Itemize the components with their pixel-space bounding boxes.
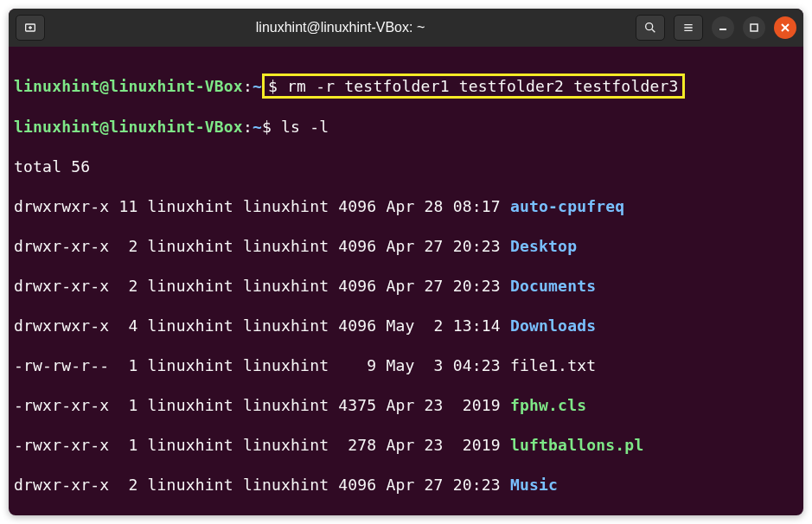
minimize-button[interactable] (712, 16, 734, 39)
titlebar: linuxhint@linuxhint-VBox: ~ (9, 9, 803, 47)
menu-button[interactable] (674, 15, 703, 41)
file-name: fphw.cls (510, 396, 586, 414)
file-name: Downloads (510, 316, 596, 335)
new-tab-button[interactable] (16, 15, 45, 41)
ls-row: drwxr-xr-x 2 linuxhint linuxhint 4096 Ap… (14, 475, 798, 495)
total-line: total 56 (14, 157, 798, 176)
ls-row: -rwxr-xr-x 1 linuxhint linuxhint 4375 Ap… (14, 395, 798, 415)
maximize-icon (749, 22, 759, 33)
ls-row: drwxrwxr-x 4 linuxhint linuxhint 4096 Ma… (14, 316, 798, 335)
search-button[interactable] (636, 15, 665, 41)
terminal-window: linuxhint@linuxhint-VBox: ~ linuxhint@li… (9, 9, 803, 515)
highlighted-command: $ rm -r testfolder1 testfolder2 testfold… (262, 73, 685, 99)
rm-command: rm -r testfolder1 testfolder2 testfolder… (287, 77, 679, 95)
prompt-line-1: linuxhint@linuxhint-VBox:~$ rm -r testfo… (14, 75, 798, 97)
prompt-path: ~ (253, 77, 262, 95)
ls-row: -rwxr-xr-x 1 linuxhint linuxhint 278 Apr… (14, 435, 798, 455)
ls-row: drwxr-xr-x 2 linuxhint linuxhint 4096 Ap… (14, 236, 798, 256)
new-tab-icon (23, 21, 37, 35)
file-name: Music (510, 476, 558, 494)
minimize-icon (718, 22, 728, 33)
ls-row: drwxrwxr-x 11 linuxhint linuxhint 4096 A… (14, 196, 798, 216)
ls-row: drwxr-xr-x 2 linuxhint linuxhint 4096 Ap… (14, 514, 798, 515)
ls-row: drwxr-xr-x 2 linuxhint linuxhint 4096 Ap… (14, 276, 798, 296)
hamburger-icon (681, 21, 695, 35)
file-name: Documents (510, 277, 596, 295)
maximize-button[interactable] (743, 16, 765, 39)
file-name: file1.txt (510, 356, 596, 374)
close-icon (780, 22, 790, 33)
close-button[interactable] (774, 16, 796, 39)
svg-rect-9 (751, 24, 758, 31)
file-name: Desktop (510, 237, 577, 255)
prompt-user: linuxhint@linuxhint-VBox (14, 77, 243, 95)
search-icon (643, 21, 657, 35)
window-title: linuxhint@linuxhint-VBox: ~ (50, 20, 630, 35)
prompt-line-2: linuxhint@linuxhint-VBox:~$ ls -l (14, 117, 798, 137)
svg-point-3 (646, 23, 653, 30)
svg-line-4 (652, 29, 655, 32)
file-name: auto-cpufreq (510, 197, 624, 215)
ls-command: ls -l (281, 118, 329, 136)
ls-row: -rw-rw-r-- 1 linuxhint linuxhint 9 May 3… (14, 355, 798, 375)
file-name: luftballons.pl (510, 436, 644, 454)
terminal-body[interactable]: linuxhint@linuxhint-VBox:~$ rm -r testfo… (9, 47, 803, 515)
